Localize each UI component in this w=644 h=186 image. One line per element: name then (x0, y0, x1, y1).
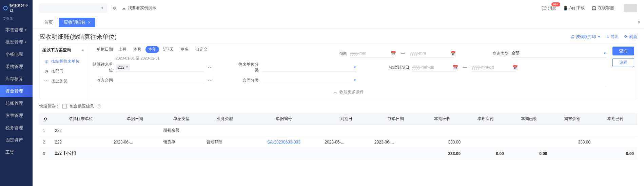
table-row[interactable]: 3 222【小计】 333.00 0.00 0.00 0.00 (39, 148, 637, 159)
close-all-icon[interactable]: × (638, 19, 641, 26)
sidebar-item[interactable]: 资金管理 (0, 85, 33, 97)
fast-filter-label: 快速筛选： (39, 103, 60, 109)
period-label: 期间 (325, 51, 347, 56)
doc-link[interactable]: SA-20230603-003 (267, 140, 300, 145)
cell-ar: 333.00 (421, 136, 464, 148)
period-from-input[interactable] (350, 49, 394, 57)
income-contract-input[interactable] (116, 76, 204, 84)
sidebar-item-label: 零售管理 (5, 27, 23, 33)
sidebar-item-label: 库存核算 (5, 76, 23, 82)
export-label: 导出 (611, 34, 619, 40)
table-gear-icon[interactable]: ⚙ (44, 117, 47, 121)
messages-button[interactable]: 💬 消息 99+ (542, 5, 556, 11)
headset-icon: 🎧 (591, 6, 597, 11)
collapse-left-icon[interactable]: « (82, 48, 84, 53)
sidebar-item[interactable]: 工资 (0, 146, 33, 158)
tab-active[interactable]: 应收明细账 × (59, 18, 95, 27)
tab-home[interactable]: 首页 (39, 18, 58, 27)
help-icon[interactable]: ? (97, 104, 101, 108)
scheme-item[interactable]: ◎按结算往来单位 (42, 56, 84, 66)
sidebar-item-label: 工资 (5, 149, 14, 155)
sidebar-item[interactable]: 库存核算 (0, 73, 33, 85)
query-type-select[interactable]: 全部 ▼ (511, 49, 606, 57)
cell-biz: 普通销售 (203, 136, 247, 148)
include-supply-checkbox[interactable] (62, 104, 67, 108)
due-from-input[interactable] (412, 63, 456, 71)
print-template-button[interactable]: 🖨 按模板打印 ▼ (570, 34, 601, 40)
gear-icon[interactable]: ⚙ (113, 6, 116, 11)
due-to-input[interactable] (472, 63, 516, 71)
more-picker-icon[interactable]: ⋯ (208, 65, 213, 70)
chip-this-month[interactable]: 本月 (131, 46, 144, 53)
scheme-item[interactable]: ◔按部门 (42, 66, 84, 76)
sidebar-item[interactable]: 零售管理▼ (0, 24, 33, 36)
col-due: 到期日 (321, 113, 371, 125)
cell-ar: 333.00 (421, 148, 464, 159)
cloud-icon: ☁ (122, 6, 126, 11)
sidebar-item[interactable]: 小畅电商 (0, 48, 33, 61)
chip-this-year[interactable]: 本年 (145, 46, 159, 53)
contract-class-select[interactable]: ▼ (261, 76, 356, 84)
refresh-button[interactable]: ⟳ 刷新 (624, 34, 637, 40)
export-button[interactable]: ⇩ 导出 (606, 34, 619, 40)
chat-icon: 💬 (542, 6, 547, 11)
sidebar-item-label: 批发管理 (5, 39, 23, 45)
close-icon[interactable]: × (88, 20, 91, 25)
support-label: 在线客服 (598, 5, 614, 11)
scheme-panel: 按以下方案查询 « ◎按结算往来单位◔按部门〰按业务员 (40, 44, 87, 99)
settle-unit-input[interactable]: 222 × (116, 63, 204, 71)
sidebar-item[interactable]: 总账管理 (0, 97, 33, 109)
company-selector[interactable]: ▼ (39, 3, 107, 13)
demo-link[interactable]: ☁ 我要看实例演示 (122, 5, 156, 11)
table-row[interactable]: 2 222 2023-06-... 销货单 普通销售 SA-20230603-0… (39, 136, 637, 148)
row-index: 3 (39, 148, 52, 159)
cell-biz (203, 125, 247, 136)
support-button[interactable]: 🎧 在线客服 (591, 5, 614, 11)
scheme-item[interactable]: 〰按业务员 (42, 76, 84, 86)
cell-type (160, 148, 203, 159)
app-download-button[interactable]: 📱 App下载 (563, 5, 585, 11)
chip-last7[interactable]: 近7天 (160, 46, 176, 53)
sidebar-item[interactable]: 批发管理▼ (0, 36, 33, 48)
sidebar-item[interactable]: 发票管理 (0, 109, 33, 122)
chevron-down-icon: ▼ (598, 35, 601, 38)
page-title: 应收明细账(按结算往来单位) (39, 33, 117, 41)
avatar[interactable] (624, 4, 637, 12)
col-unit: 结算往来单位 (52, 113, 110, 125)
chevron-down-icon: ▼ (101, 6, 104, 10)
tag-remove-icon[interactable]: × (126, 65, 128, 70)
collapse-filters-toggle[interactable]: ︽ 收起更多条件 (91, 87, 606, 97)
range-dash: — (401, 51, 405, 56)
sidebar-item-label: 资金管理 (5, 88, 23, 94)
demo-label: 我要看实例演示 (128, 5, 156, 11)
col-ar: 本期应收 (421, 113, 464, 125)
sidebar-item[interactable]: 税务管理 (0, 122, 33, 134)
chip-more[interactable]: 更多 (178, 46, 191, 53)
tag-text: 222 (118, 65, 124, 70)
col-bal: 期末余额 (551, 113, 594, 125)
cell-type: 销货单 (160, 136, 203, 148)
chip-custom[interactable]: 自定义 (193, 46, 210, 53)
printer-icon: 🖨 (570, 34, 574, 39)
cell-unit: 222 (52, 125, 110, 136)
col-ap: 本期应付 (464, 113, 507, 125)
refresh-label: 刷新 (629, 34, 637, 40)
col-recv: 本期已收 (507, 113, 551, 125)
setting-button[interactable]: 设置 (612, 58, 634, 67)
scheme-item-label: 按业务员 (51, 78, 67, 84)
unit-class-select[interactable]: ▼ (261, 63, 356, 71)
more-picker-icon[interactable]: ⋯ (208, 78, 213, 83)
chip-last-month[interactable]: 上月 (116, 46, 129, 53)
filter-grid: 单据日期 上月 本月 本年 近7天 更多 自定义 2023 (87, 44, 610, 99)
query-button[interactable]: 查询 (612, 47, 634, 55)
table-row[interactable]: 1 222 期初余额 (39, 125, 637, 136)
cell-due: 2023-06-... (321, 136, 371, 148)
cell-ap (464, 136, 507, 148)
row-index: 2 (39, 136, 52, 148)
chevron-down-icon: ▼ (353, 66, 356, 69)
sidebar-item[interactable]: 固定资产 (0, 134, 33, 146)
msg-badge: 99+ (551, 2, 560, 6)
period-to-input[interactable] (410, 49, 454, 57)
cell-date (110, 148, 160, 159)
sidebar-item[interactable]: 采购管理 (0, 61, 33, 73)
